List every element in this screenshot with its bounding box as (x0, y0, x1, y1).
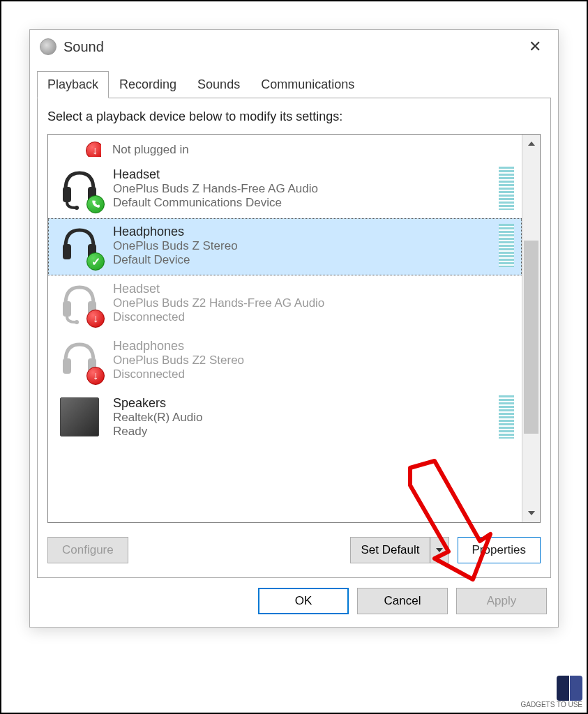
device-status: Disconnected (113, 367, 514, 381)
device-item-headset-z2[interactable]: ↓ Headset OnePlus Buds Z2 Hands-Free AG … (48, 275, 522, 333)
device-scroll-area: ↓ Not plugged in (48, 135, 522, 522)
device-desc: OnePlus Buds Z Hands-Free AG Audio (113, 182, 493, 196)
svg-rect-1 (63, 187, 71, 202)
ok-button[interactable]: OK (258, 588, 349, 614)
device-item-headset-comm[interactable]: Headset OnePlus Buds Z Hands-Free AG Aud… (48, 161, 522, 218)
svg-marker-13 (436, 548, 443, 552)
apply-button[interactable]: Apply (456, 588, 547, 614)
chevron-down-icon (436, 548, 443, 552)
level-meter (499, 167, 514, 210)
phone-badge-icon (86, 195, 105, 213)
panel-button-row: Configure Set Default Properties (47, 537, 541, 563)
svg-point-8 (75, 320, 79, 324)
headphones-icon: ↓ (57, 337, 102, 382)
device-name: Headphones (113, 339, 514, 354)
device-item-speakers[interactable]: Speakers Realtek(R) Audio Ready (48, 390, 522, 447)
disconnected-badge-icon: ↓ (86, 367, 105, 385)
tab-strip: Playback Recording Sounds Communications (37, 70, 551, 98)
cancel-button[interactable]: Cancel (357, 588, 448, 614)
page-frame: Sound ✕ Playback Recording Sounds Commun… (0, 0, 588, 714)
scrollbar[interactable] (522, 135, 540, 522)
tab-content-wrap: Playback Recording Sounds Communications… (30, 63, 558, 578)
device-desc: OnePlus Buds Z Stereo (113, 239, 493, 253)
svg-point-3 (75, 206, 79, 210)
disconnected-badge-icon: ↓ (86, 310, 105, 328)
device-status: Ready (113, 425, 493, 439)
playback-panel: Select a playback device below to modify… (37, 98, 551, 578)
svg-marker-12 (528, 511, 535, 515)
properties-button[interactable]: Properties (458, 537, 541, 563)
device-name: Headphones (113, 225, 493, 239)
svg-rect-9 (63, 358, 71, 374)
level-meter (499, 395, 514, 439)
sound-dialog: Sound ✕ Playback Recording Sounds Commun… (29, 29, 559, 628)
close-button[interactable]: ✕ (522, 35, 548, 59)
headset-icon (57, 166, 102, 211)
scroll-thumb[interactable] (524, 241, 538, 434)
sound-icon (40, 38, 56, 55)
window-title: Sound (63, 39, 522, 55)
speaker-icon (57, 395, 102, 439)
svg-rect-4 (63, 244, 71, 259)
svg-rect-6 (63, 301, 71, 317)
device-item-headphones-default[interactable]: ✓ Headphones OnePlus Buds Z Stereo Defau… (48, 218, 522, 275)
device-item-partial[interactable]: ↓ Not plugged in (48, 135, 522, 161)
device-desc: OnePlus Buds Z2 Stereo (113, 354, 514, 367)
watermark-text: GADGETS TO USE (520, 701, 582, 708)
scroll-up-button[interactable] (522, 135, 540, 153)
device-name: Headset (113, 167, 493, 182)
headphones-icon: ✓ (57, 223, 102, 268)
device-status: Default Device (113, 253, 493, 267)
svg-marker-11 (528, 142, 535, 146)
tab-playback[interactable]: Playback (37, 71, 109, 98)
device-item-headphones-z2[interactable]: ↓ Headphones OnePlus Buds Z2 Stereo Disc… (48, 333, 522, 390)
chevron-down-icon (528, 511, 535, 515)
device-status: Default Communications Device (113, 196, 493, 210)
device-desc: OnePlus Buds Z2 Hands-Free AG Audio (113, 296, 514, 310)
tab-sounds[interactable]: Sounds (187, 71, 250, 98)
configure-button[interactable]: Configure (47, 537, 128, 563)
device-status: Disconnected (113, 310, 514, 324)
watermark: GADGETS TO USE (520, 676, 582, 708)
tab-recording[interactable]: Recording (109, 71, 187, 98)
set-default-split-button[interactable]: Set Default (350, 537, 448, 563)
device-name: Headset (113, 282, 514, 296)
dialog-action-row: OK Cancel Apply (30, 578, 558, 627)
device-desc: Realtek(R) Audio (113, 411, 493, 425)
unplugged-badge-icon: ↓ (86, 142, 101, 157)
jack-icon: ↓ (56, 137, 101, 157)
set-default-label[interactable]: Set Default (351, 538, 430, 563)
titlebar: Sound ✕ (30, 30, 558, 63)
set-default-dropdown[interactable] (430, 538, 448, 563)
tab-communications[interactable]: Communications (250, 71, 365, 98)
logo-icon (520, 676, 582, 701)
level-meter (499, 224, 514, 267)
instruction-text: Select a playback device below to modify… (47, 109, 541, 124)
device-listbox: ↓ Not plugged in (47, 134, 541, 523)
check-badge-icon: ✓ (86, 252, 105, 271)
headset-icon: ↓ (57, 280, 102, 325)
scroll-track[interactable] (522, 153, 540, 504)
chevron-up-icon (528, 142, 535, 146)
device-status: Not plugged in (112, 143, 515, 157)
scroll-down-button[interactable] (522, 504, 540, 522)
device-name: Speakers (113, 396, 493, 411)
